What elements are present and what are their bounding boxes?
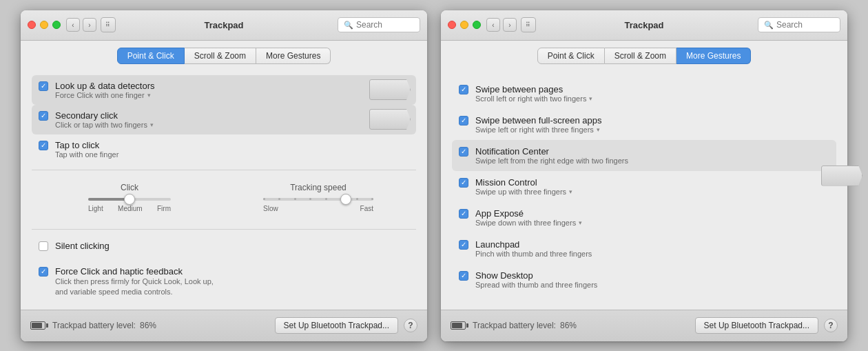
checkbox-silent[interactable] — [39, 241, 48, 251]
close-button-2[interactable] — [448, 21, 456, 29]
gesture-items: ✓ Swipe between pages Scroll left or rig… — [452, 75, 836, 298]
nav-buttons-1: ‹ › — [66, 18, 96, 32]
tab-point-click-1[interactable]: Point & Click — [117, 48, 185, 64]
traffic-lights-1 — [28, 21, 61, 29]
checkbox-desktop[interactable]: ✓ — [459, 271, 468, 281]
setting-text-force: Force Click and haptic feedback Click th… — [55, 266, 214, 298]
expose-arrow[interactable]: ▾ — [579, 219, 582, 226]
sliders-section: Click Light Medium Firm Tracking speed — [32, 176, 416, 223]
expose-title: App Exposé — [475, 208, 582, 219]
window-title-1: Trackpad — [204, 20, 243, 30]
window-trackpad-1: ‹ › ⠿ Trackpad 🔍 Point & Click Scroll & … — [21, 10, 427, 341]
minimize-button[interactable] — [40, 21, 48, 29]
search-input-2[interactable] — [776, 20, 838, 30]
swipe-pages-arrow[interactable]: ▾ — [589, 95, 592, 102]
tab-more-gestures-2[interactable]: More Gestures — [676, 48, 751, 64]
grid-button[interactable]: ⠿ — [101, 17, 116, 32]
swipe-fullscreen-title: Swipe between full-screen apps — [475, 115, 602, 126]
tab-scroll-zoom-2[interactable]: Scroll & Zoom — [605, 48, 676, 64]
checkbox-secondary[interactable]: ✓ — [39, 111, 48, 121]
swipe-fullscreen-desc: Swipe left or right with three fingers ▾ — [475, 126, 602, 134]
setup-bluetooth-btn-1[interactable]: Set Up Bluetooth Trackpad... — [275, 317, 398, 334]
checkbox-launchpad[interactable]: ✓ — [459, 240, 468, 250]
look-up-dropdown-arrow[interactable]: ▾ — [147, 92, 151, 99]
force-click-desc: Click then press firmly for Quick Look, … — [55, 277, 214, 298]
checkbox-force[interactable]: ✓ — [39, 267, 48, 277]
content-2: ✓ Swipe between pages Scroll left or rig… — [441, 70, 847, 310]
mission-arrow[interactable]: ▾ — [569, 188, 572, 195]
battery-label-1: Trackpad battery level: — [52, 321, 136, 330]
gesture-swipe-fullscreen: ✓ Swipe between full-screen apps Swipe l… — [452, 109, 836, 140]
battery-tip-2 — [466, 323, 468, 328]
text-desktop: Show Desktop Spread with thumb and three… — [475, 270, 597, 289]
grid-button-2[interactable]: ⠿ — [521, 17, 536, 32]
setting-force-click: ✓ Force Click and haptic feedback Click … — [32, 261, 416, 303]
setting-silent-clicking: Silent clicking — [32, 235, 416, 257]
battery-info-1: Trackpad battery level: 86% — [30, 321, 156, 330]
checkbox-swipe-pages[interactable]: ✓ — [459, 85, 468, 94]
help-button-1[interactable]: ? — [404, 319, 417, 332]
titlebar-1: ‹ › ⠿ Trackpad 🔍 — [21, 10, 427, 41]
setting-text-secondary: Secondary click Click or tap with two fi… — [55, 110, 154, 129]
setup-bluetooth-btn-2[interactable]: Set Up Bluetooth Trackpad... — [695, 317, 818, 334]
back-button-2[interactable]: ‹ — [486, 18, 500, 32]
desktop-desc: Spread with thumb and three fingers — [475, 281, 597, 289]
secondary-click-title: Secondary click — [55, 110, 154, 121]
tap-click-title: Tap to click — [55, 140, 118, 150]
gesture-launchpad: ✓ Launchpad Pinch with thumb and three f… — [452, 233, 836, 264]
click-slider-group: Click Light Medium Firm — [45, 183, 214, 212]
gesture-notification-center: ✓ Notification Center Swipe left from th… — [452, 140, 836, 171]
footer-right-2: Set Up Bluetooth Trackpad... ? — [695, 317, 838, 334]
secondary-dropdown-arrow[interactable]: ▾ — [150, 121, 154, 128]
launchpad-desc: Pinch with thumb and three fingers — [475, 250, 592, 258]
tracking-slider-track[interactable] — [263, 198, 373, 201]
checkbox-notification[interactable]: ✓ — [459, 147, 468, 157]
swipe-fullscreen-arrow[interactable]: ▾ — [597, 126, 600, 133]
tabs-bar-1: Point & Click Scroll & Zoom More Gesture… — [21, 41, 427, 70]
battery-percent-1: 86% — [140, 321, 156, 330]
maximize-button-2[interactable] — [473, 21, 481, 29]
setting-look-up: ✓ Look up & data detectors Force Click w… — [32, 75, 416, 105]
tracking-slider-label: Tracking speed — [290, 183, 347, 192]
close-button[interactable] — [28, 21, 36, 29]
checkbox-tap[interactable]: ✓ — [39, 141, 48, 150]
gesture-mission-control: ✓ Mission Control Swipe up with three fi… — [452, 171, 836, 202]
search-box-2[interactable]: 🔍 — [758, 17, 840, 32]
checkbox-look-up[interactable]: ✓ — [39, 81, 48, 91]
silent-title: Silent clicking — [55, 241, 110, 251]
window-trackpad-2: ‹ › ⠿ Trackpad 🔍 Point & Click Scroll & … — [441, 10, 847, 341]
gesture-show-desktop: ✓ Show Desktop Spread with thumb and thr… — [452, 264, 836, 295]
checkbox-mission[interactable]: ✓ — [459, 178, 468, 188]
back-button[interactable]: ‹ — [66, 18, 80, 32]
search-box-1[interactable]: 🔍 — [338, 17, 420, 32]
tab-scroll-zoom-1[interactable]: Scroll & Zoom — [185, 48, 256, 64]
text-expose: App Exposé Swipe down with three fingers… — [475, 208, 582, 227]
tab-more-gestures-1[interactable]: More Gestures — [256, 48, 331, 64]
battery-info-2: Trackpad battery level: 86% — [451, 321, 577, 330]
help-button-2[interactable]: ? — [824, 319, 838, 332]
tap-click-desc: Tap with one finger — [55, 150, 118, 159]
maximize-button[interactable] — [52, 21, 61, 29]
footer-right-1: Set Up Bluetooth Trackpad... ? — [275, 317, 417, 334]
click-slider-track[interactable] — [88, 198, 171, 201]
forward-button[interactable]: › — [83, 18, 96, 32]
footer-2: Trackpad battery level: 86% Set Up Bluet… — [441, 310, 847, 341]
text-notification: Notification Center Swipe left from the … — [475, 146, 628, 165]
divider-2 — [32, 229, 416, 230]
minimize-button-2[interactable] — [460, 21, 468, 29]
tabs-bar-2: Point & Click Scroll & Zoom More Gesture… — [441, 41, 847, 70]
swipe-pages-desc: Scroll left or right with two fingers ▾ — [475, 94, 592, 103]
notification-arrow — [821, 166, 847, 186]
checkbox-swipe-fullscreen[interactable]: ✓ — [459, 116, 468, 126]
search-input-1[interactable] — [356, 20, 418, 30]
nav-buttons-2: ‹ › — [486, 18, 517, 32]
tracking-slider-labels: Slow Fast — [263, 205, 373, 212]
tab-point-click-2[interactable]: Point & Click — [537, 48, 605, 64]
traffic-lights-2 — [448, 21, 481, 29]
forward-button-2[interactable]: › — [503, 18, 517, 32]
checkbox-expose[interactable]: ✓ — [459, 209, 468, 219]
notification-title: Notification Center — [475, 146, 628, 157]
click-slider-labels: Light Medium Firm — [88, 205, 171, 212]
secondary-click-desc: Click or tap with two fingers ▾ — [55, 121, 154, 129]
content-1: ✓ Look up & data detectors Force Click w… — [21, 70, 427, 310]
